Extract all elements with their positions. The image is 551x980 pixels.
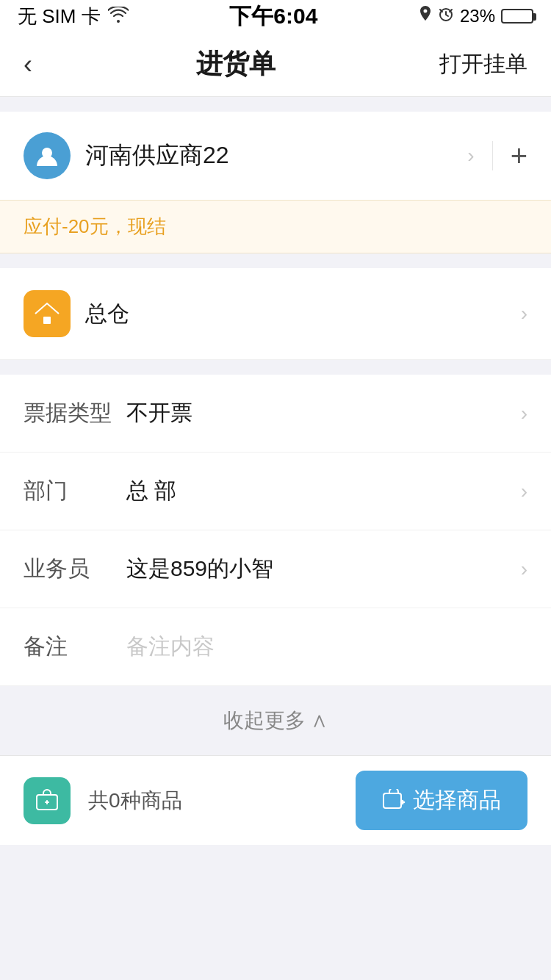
supplier-card: 河南供应商22 › + 应付-20元，现结	[0, 112, 551, 253]
status-bar: 无 SIM 卡 下午6:04 23%	[0, 0, 551, 32]
invoice-type-value: 不开票	[126, 398, 521, 428]
notice-banner: 应付-20元，现结	[0, 200, 551, 253]
supplier-divider	[492, 141, 493, 170]
form-card: 票据类型 不开票 › 部门 总 部 › 业务员 这是859的小智 › 备注 备注…	[0, 375, 551, 686]
nav-bar: ‹ 进货单 打开挂单	[0, 32, 551, 97]
divider-2	[0, 360, 551, 375]
top-divider	[0, 97, 551, 112]
salesperson-label: 业务员	[24, 554, 126, 584]
divider-1	[0, 253, 551, 268]
svg-rect-5	[43, 317, 51, 324]
warehouse-label: 总仓	[85, 299, 521, 329]
remark-row[interactable]: 备注 备注内容	[0, 608, 551, 686]
salesperson-chevron-icon: ›	[521, 558, 527, 581]
department-row[interactable]: 部门 总 部 ›	[0, 453, 551, 530]
wifi-icon	[108, 5, 129, 28]
invoice-type-chevron-icon: ›	[521, 402, 527, 425]
select-product-button[interactable]: 选择商品	[356, 771, 527, 830]
svg-rect-7	[383, 793, 401, 808]
select-product-label: 选择商品	[413, 785, 501, 815]
alarm-icon	[438, 6, 454, 26]
supplier-avatar	[24, 132, 71, 179]
page-title: 进货单	[196, 46, 276, 82]
invoice-type-label: 票据类型	[24, 398, 126, 428]
empty-content-area	[0, 845, 551, 980]
open-pending-button[interactable]: 打开挂单	[439, 49, 527, 79]
department-chevron-icon: ›	[521, 480, 527, 503]
back-button[interactable]: ‹	[24, 49, 32, 80]
supplier-name: 河南供应商22	[85, 140, 229, 172]
battery-icon	[501, 9, 533, 24]
product-icon-wrap	[24, 777, 71, 824]
supplier-chevron-icon: ›	[467, 144, 474, 167]
department-label: 部门	[24, 476, 126, 506]
warehouse-icon-wrap	[24, 290, 71, 337]
battery-percentage: 23%	[460, 6, 495, 26]
add-button[interactable]: +	[511, 140, 527, 173]
salesperson-value: 这是859的小智	[126, 554, 521, 584]
remark-label: 备注	[24, 632, 126, 662]
warehouse-chevron-icon: ›	[521, 302, 527, 325]
status-left: 无 SIM 卡	[18, 4, 129, 29]
invoice-type-row[interactable]: 票据类型 不开票 ›	[0, 375, 551, 453]
bottom-bar: 共0种商品 选择商品	[0, 755, 551, 845]
department-value: 总 部	[126, 476, 521, 506]
collapse-label: 收起更多 ∧	[223, 707, 328, 735]
status-time: 下午6:04	[229, 1, 317, 32]
location-icon	[419, 6, 432, 26]
collapse-row[interactable]: 收起更多 ∧	[0, 686, 551, 755]
supplier-left: 河南供应商22	[24, 132, 467, 179]
product-count-text: 共0种商品	[88, 787, 338, 815]
status-right: 23%	[419, 6, 533, 26]
salesperson-row[interactable]: 业务员 这是859的小智 ›	[0, 530, 551, 608]
warehouse-row[interactable]: 总仓 ›	[0, 268, 551, 360]
remark-value: 备注内容	[126, 632, 527, 662]
carrier-text: 无 SIM 卡	[18, 4, 101, 29]
supplier-row[interactable]: 河南供应商22 › +	[0, 112, 551, 200]
